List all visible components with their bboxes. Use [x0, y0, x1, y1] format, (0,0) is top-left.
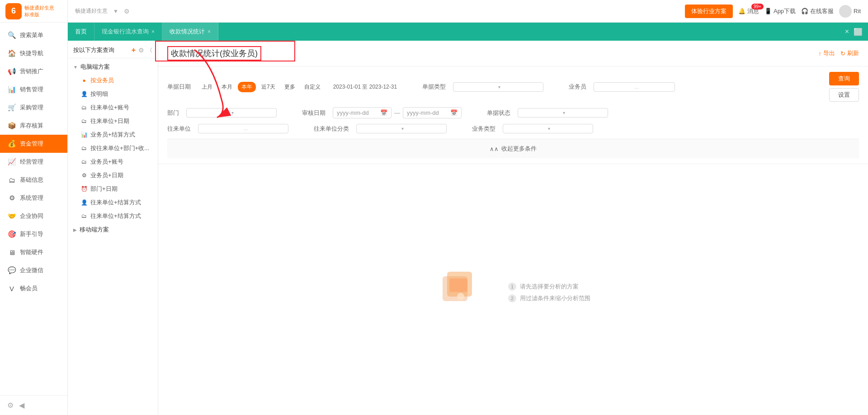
user-item[interactable]: Rit [839, 5, 861, 18]
scheme-collapse-icon[interactable]: 《 [147, 47, 152, 54]
date-tab-this-month[interactable]: 本月 [218, 82, 236, 92]
review-date-label: 审核日期 [302, 109, 326, 117]
sidebar-item-hardware[interactable]: 🖥 智能硬件 [0, 243, 67, 261]
date-separator: — [394, 109, 400, 116]
date-tab-more[interactable]: 更多 [281, 82, 299, 92]
tab-close-collection-stats[interactable]: × [208, 28, 211, 35]
date-tab-last-month[interactable]: 上月 [198, 82, 216, 92]
tab-home[interactable]: 首页 [68, 23, 94, 41]
refresh-button[interactable]: ↻ 刷新 [840, 49, 859, 57]
message-item[interactable]: 🔔 消息 99+ [738, 7, 759, 15]
sidebar-item-operations[interactable]: 📈 经营管理 [0, 153, 67, 171]
online-service-item[interactable]: 🎧 在线客服 [801, 7, 834, 15]
query-button[interactable]: 查询 [829, 72, 859, 85]
sidebar-item-search-menu[interactable]: 🔍 搜索菜单 [0, 26, 67, 44]
counterpart-type-select[interactable]: ▾ [356, 124, 447, 133]
tab-bank-flow[interactable]: 现金银行流水查询 × [94, 23, 162, 41]
header-settings-icon[interactable]: ⚙ [124, 8, 130, 15]
empty-illustration [436, 263, 490, 317]
dept-arrow-icon: ▾ [231, 110, 273, 115]
scheme-item-unit-settle1[interactable]: 👤 往来单位+结算方式 [75, 196, 158, 209]
trending-icon: 📈 [7, 157, 16, 166]
guide-icon: 🎯 [7, 230, 16, 239]
sale-settle-icon: 📊 [80, 131, 88, 138]
sidebar-item-guide[interactable]: 🎯 新手引导 [0, 225, 67, 243]
review-date-start[interactable]: yyyy-mm-dd 📅 [333, 107, 392, 118]
trial-button[interactable]: 体验行业方案 [685, 5, 733, 18]
scheme-item-sale-account[interactable]: 🗂 业务员+账号 [75, 155, 158, 169]
scheme-item-unit-date[interactable]: 🗂 往来单位+日期 [75, 114, 158, 128]
sidebar-item-sales[interactable]: 📊 销售管理 [0, 80, 67, 99]
doc-status-select[interactable]: ▾ [518, 108, 608, 118]
arrow-down-icon: ▼ [73, 65, 78, 70]
scheme-item-salesperson[interactable]: ● 按业务员 [75, 74, 158, 87]
tab-collection-stats[interactable]: 收款情况统计 × [162, 23, 218, 41]
calendar-icon: 📅 [380, 109, 387, 116]
scheme-add-icon[interactable]: + [132, 46, 136, 54]
sidebar-item-marketing[interactable]: 📢 营销推广 [0, 62, 67, 80]
dept-select[interactable]: ▾ [186, 108, 277, 118]
salesperson-label: 业务员 [569, 83, 586, 91]
app-download-item[interactable]: 📱 App下载 [764, 7, 796, 15]
scheme-item-sale-settle[interactable]: 📊 业务员+结算方式 [75, 128, 158, 141]
scheme-group-desktop-title[interactable]: ▼ 电脑端方案 [68, 60, 158, 74]
scheme-item-detail[interactable]: 👤 按明细 [75, 87, 158, 101]
scheme-panel-title: 按以下方案查询 [73, 46, 129, 54]
sidebar-item-system[interactable]: ⚙ 系统管理 [0, 189, 67, 207]
empty-hints: 1 请先选择要分析的方案 2 用过滤条件来缩小分析范围 [508, 283, 590, 306]
unit-settle2-icon: 🗂 [80, 212, 88, 220]
review-date-end[interactable]: yyyy-mm-dd 📅 [403, 107, 462, 118]
detail-icon: 👤 [80, 90, 88, 98]
counterpart-select[interactable]: … [198, 124, 288, 133]
date-range-text: 2023-01-01 至 2023-12-31 [333, 83, 397, 91]
home-icon: 🏠 [7, 49, 16, 58]
scheme-item-sale-date[interactable]: ⚙ 业务员+日期 [75, 169, 158, 182]
date-tab-custom[interactable]: 自定义 [301, 82, 324, 92]
refresh-icon: ↻ [840, 50, 845, 57]
active-scheme-icon: ● [80, 77, 88, 84]
doc-type-select[interactable]: ▾ [453, 82, 543, 92]
sidebar-item-purchase[interactable]: 🛒 采购管理 [0, 99, 67, 117]
gear-icon: ⚙ [7, 193, 16, 203]
hardware-icon: 🖥 [7, 248, 16, 257]
footer-collapse-icon[interactable]: ◀ [19, 401, 24, 410]
handshake-icon: 🤝 [7, 212, 16, 221]
scheme-settings-icon[interactable]: ⚙ [138, 47, 144, 54]
window-maximize-icon[interactable]: ⬜ [854, 28, 863, 36]
collapse-up-icon: ∧∧ [490, 146, 499, 152]
main-area: 畅捷通好生意 ▼ ⚙ 体验行业方案 🔔 消息 99+ 📱 App下载 🎧 在线客… [68, 0, 868, 415]
tab-close-bank-flow[interactable]: × [151, 28, 155, 35]
filter-row-1: 单据日期 上月 本月 本年 近7天 更多 自定义 2023-01-01 至 20… [167, 72, 859, 102]
logo-area: 6 畅捷通好生意 标准版 [0, 0, 67, 23]
arrow-right-icon: ▶ [73, 227, 77, 232]
sidebar-item-finance[interactable]: 💰 资金管理 [0, 135, 67, 153]
sidebar-item-quick-nav[interactable]: 🏠 快捷导航 [0, 44, 67, 62]
scheme-item-unit-account[interactable]: 🗂 往来单位+账号 [75, 101, 158, 114]
date-tab-last7[interactable]: 近7天 [258, 82, 279, 92]
sidebar-item-wechat[interactable]: 💬 企业微信 [0, 261, 67, 279]
scheme-item-unit-settle2[interactable]: 🗂 往来单位+结算方式 [75, 209, 158, 223]
empty-area: 1 请先选择要分析的方案 2 用过滤条件来缩小分析范围 [158, 164, 868, 415]
sidebar-item-inventory[interactable]: 📦 库存核算 [0, 117, 67, 135]
export-button[interactable]: ↑ 导出 [819, 49, 835, 57]
sidebar-item-basic-info[interactable]: 🗂 基础信息 [0, 171, 67, 189]
search-icon: 🔍 [7, 31, 16, 40]
cart-icon: 🛒 [7, 103, 16, 112]
window-close-icon[interactable]: × [845, 28, 849, 36]
scheme-list: ▼ 电脑端方案 ● 按业务员 👤 按明细 [68, 58, 158, 415]
sidebar-item-enterprise[interactable]: 🤝 企业协同 [0, 207, 67, 225]
scheme-group-mobile-title[interactable]: ▶ 移动端方案 [68, 223, 158, 236]
unit-date-icon: 🗂 [80, 118, 88, 125]
counterpart-more-icon: … [243, 126, 284, 131]
biz-type-select[interactable]: ▾ [503, 124, 593, 133]
logo-icon: 6 [5, 3, 22, 19]
salesperson-select[interactable]: … [594, 82, 675, 92]
unit-settle1-icon: 👤 [80, 199, 88, 206]
footer-settings-icon[interactable]: ⚙ [7, 401, 14, 410]
scheme-item-unit-dept-collect[interactable]: 🗂 按往来单位+部门+收... [75, 141, 158, 155]
scheme-item-dept-date[interactable]: ⏰ 部门+日期 [75, 182, 158, 196]
settings-button[interactable]: 设置 [829, 88, 859, 102]
collapse-button[interactable]: ∧∧ 收起更多条件 [167, 141, 859, 156]
date-tab-this-year[interactable]: 本年 [238, 82, 256, 92]
sidebar-item-member[interactable]: V 畅会员 [0, 279, 67, 297]
